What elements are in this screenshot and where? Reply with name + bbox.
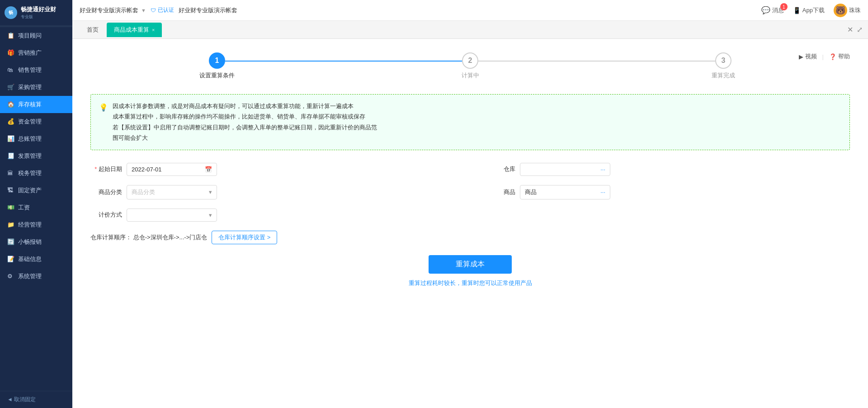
- topbar: 好业财专业版演示帐套 ▼ 🛡 已认证 好业财专业版演示帐套 💬 消息 1 📱 A…: [72, 0, 868, 21]
- pricing-label: 计价方式: [90, 211, 127, 219]
- bulb-icon: 💡: [99, 101, 108, 143]
- form-row-3: 计价方式 ▾: [90, 209, 850, 222]
- goods-group: 商品 商品 ···: [484, 185, 850, 199]
- goods-placeholder: 商品: [525, 188, 597, 196]
- recalc-button[interactable]: 重算成本: [429, 255, 512, 274]
- category-label: 商品分类: [90, 188, 127, 196]
- pricing-chevron-down-icon: ▾: [209, 212, 212, 218]
- sidebar-item-invoice[interactable]: 🧾 发票管理: [0, 147, 72, 165]
- stepper: 1 设置重算条件 2 计算中 3: [90, 52, 850, 80]
- category-select[interactable]: 商品分类 ▾: [127, 185, 217, 199]
- account-display-name: 好业财专业版演示帐套: [179, 6, 237, 14]
- sidebar-item-tax[interactable]: 🏛 税务管理: [0, 165, 72, 182]
- warehouse-order-value: 总仓->深圳仓库->...->门店仓: [133, 234, 208, 241]
- category-chevron-down-icon: ▾: [209, 189, 212, 195]
- sidebar-item-system[interactable]: ⚙ 系统管理: [0, 268, 72, 285]
- expense-icon: 🔄: [7, 238, 14, 246]
- sidebar-item-assets[interactable]: 🏗 固定资产: [0, 182, 72, 199]
- step-3-label: 重算完成: [712, 71, 735, 80]
- start-date-value: 2022-07-01: [132, 166, 201, 173]
- basic-icon: 📝: [7, 256, 14, 263]
- assets-icon: 🏗: [7, 187, 14, 194]
- user-avatar-area[interactable]: 🐻 珠珠: [834, 4, 861, 17]
- message-icon: 💬: [761, 6, 770, 14]
- sidebar-item-business[interactable]: 📁 经营管理: [0, 216, 72, 233]
- tab-close-icon[interactable]: ×: [152, 27, 155, 33]
- goods-input[interactable]: 商品 ···: [520, 185, 610, 199]
- sidebar-item-finance[interactable]: 💰 资金管理: [0, 113, 72, 130]
- video-link[interactable]: ▶ 视频: [799, 52, 817, 61]
- message-badge: 1: [780, 3, 788, 10]
- step-1: 1 设置重算条件: [90, 52, 344, 80]
- tab-home[interactable]: 首页: [80, 23, 106, 37]
- question-icon: ❓: [829, 53, 836, 60]
- action-note: 重算过程耗时较长，重算时您可以正常使用产品: [409, 279, 532, 287]
- step-2-label: 计算中: [462, 71, 479, 80]
- shield-icon: 🛡: [151, 7, 156, 14]
- warehouse-input[interactable]: ···: [520, 163, 610, 176]
- sidebar-item-marketing[interactable]: 🎁 营销推广: [0, 44, 72, 62]
- main-area: 好业财专业版演示帐套 ▼ 🛡 已认证 好业财专业版演示帐套 💬 消息 1 📱 A…: [72, 0, 868, 408]
- form-section: 起始日期 2022-07-01 📅 仓库 ···: [90, 163, 850, 244]
- account-selector-group[interactable]: 好业财专业版演示帐套 ▼: [80, 6, 146, 14]
- tabbar-right-actions: ✕ ⤢: [847, 25, 868, 34]
- step-1-circle: 1: [209, 52, 225, 69]
- pricing-group: 计价方式 ▾: [90, 209, 850, 222]
- goods-more-icon[interactable]: ···: [600, 189, 605, 195]
- marketing-icon: 🎁: [7, 49, 14, 57]
- sidebar-header: 畅 畅捷通好业财 专业版: [0, 0, 72, 26]
- sidebar-unpin-button[interactable]: ◄ 取消固定: [0, 391, 72, 408]
- business-icon: 📁: [7, 221, 14, 228]
- sidebar-item-accounting[interactable]: 📊 总账管理: [0, 130, 72, 147]
- warehouse-order-row: 仓库计算顺序： 总仓->深圳仓库->...->门店仓 仓库计算顺序设置 >: [90, 231, 850, 244]
- sidebar-item-sales[interactable]: 🛍 销售管理: [0, 62, 72, 79]
- tabbar: 首页 商品成本重算 × ✕ ⤢: [72, 21, 868, 39]
- calendar-icon[interactable]: 📅: [205, 166, 212, 173]
- sidebar-item-expense[interactable]: 🔄 小畅报销: [0, 233, 72, 251]
- help-links: ▶ 视频 | ❓ 帮助: [799, 52, 850, 61]
- purchase-icon: 🛒: [7, 84, 14, 91]
- warehouse-more-icon[interactable]: ···: [600, 166, 605, 173]
- close-window-icon[interactable]: ✕: [847, 25, 853, 34]
- sidebar-item-project[interactable]: 📋 项目顾问: [0, 27, 72, 44]
- pricing-select[interactable]: ▾: [127, 209, 217, 222]
- start-date-group: 起始日期 2022-07-01 📅: [90, 163, 457, 176]
- tab-active[interactable]: 商品成本重算 ×: [107, 23, 162, 37]
- sidebar: 畅 畅捷通好业财 专业版 📋 项目顾问 🎁 营销推广 🛍 销售管理 🛒 采购管理…: [0, 0, 72, 408]
- warehouse-order-label: 仓库计算顺序： 总仓->深圳仓库->...->门店仓: [90, 233, 207, 242]
- step-1-label: 设置重算条件: [199, 71, 235, 80]
- invoice-icon: 🧾: [7, 152, 14, 160]
- inventory-icon: 🏠: [7, 101, 14, 108]
- dropdown-arrow-icon: ▼: [141, 8, 146, 13]
- content-area: 1 设置重算条件 2 计算中 3: [72, 39, 868, 408]
- action-section: 重算成本 重算过程耗时较长，重算时您可以正常使用产品: [90, 255, 850, 287]
- warehouse-order-settings-button[interactable]: 仓库计算顺序设置 >: [212, 231, 277, 244]
- help-link[interactable]: ❓ 帮助: [829, 52, 850, 61]
- verified-badge: 🛡 已认证: [151, 6, 174, 14]
- info-text: 因成本计算参数调整，或是对商品成本有疑问时，可以通过成本重算功能，重新计算一遍成…: [113, 101, 377, 143]
- sidebar-item-payroll[interactable]: 💵 工资: [0, 199, 72, 216]
- topbar-actions: 💬 消息 1 📱 App下载 🐻 珠珠: [761, 4, 861, 17]
- payroll-icon: 💵: [7, 204, 14, 211]
- app-download-button[interactable]: 📱 App下载: [793, 6, 825, 14]
- sidebar-item-basic[interactable]: 📝 基础信息: [0, 251, 72, 268]
- phone-icon: 📱: [793, 7, 801, 14]
- start-date-label: 起始日期: [90, 165, 127, 173]
- start-date-input[interactable]: 2022-07-01 📅: [127, 163, 217, 176]
- sidebar-item-purchase[interactable]: 🛒 采购管理: [0, 79, 72, 96]
- app-subtitle: 专业版: [21, 14, 56, 20]
- tax-icon: 🏛: [7, 170, 14, 177]
- form-row-2: 商品分类 商品分类 ▾ 商品 商品 ···: [90, 185, 850, 199]
- sidebar-item-inventory[interactable]: 🏠 库存核算: [0, 96, 72, 113]
- warehouse-label: 仓库: [484, 165, 520, 173]
- info-box: 💡 因成本计算参数调整，或是对商品成本有疑问时，可以通过成本重算功能，重新计算一…: [90, 94, 850, 150]
- stepper-container: 1 设置重算条件 2 计算中 3: [90, 52, 850, 80]
- sidebar-title-block: 畅捷通好业财 专业版: [21, 5, 56, 20]
- sidebar-nav: 📋 项目顾问 🎁 营销推广 🛍 销售管理 🛒 采购管理 🏠 库存核算 💰 资金管…: [0, 27, 72, 391]
- maximize-window-icon[interactable]: ⤢: [857, 25, 863, 34]
- avatar: 🐻: [834, 4, 847, 17]
- message-button[interactable]: 💬 消息 1: [761, 6, 784, 14]
- play-icon: ▶: [799, 53, 803, 60]
- system-icon: ⚙: [7, 273, 14, 280]
- form-row-1: 起始日期 2022-07-01 📅 仓库 ···: [90, 163, 850, 176]
